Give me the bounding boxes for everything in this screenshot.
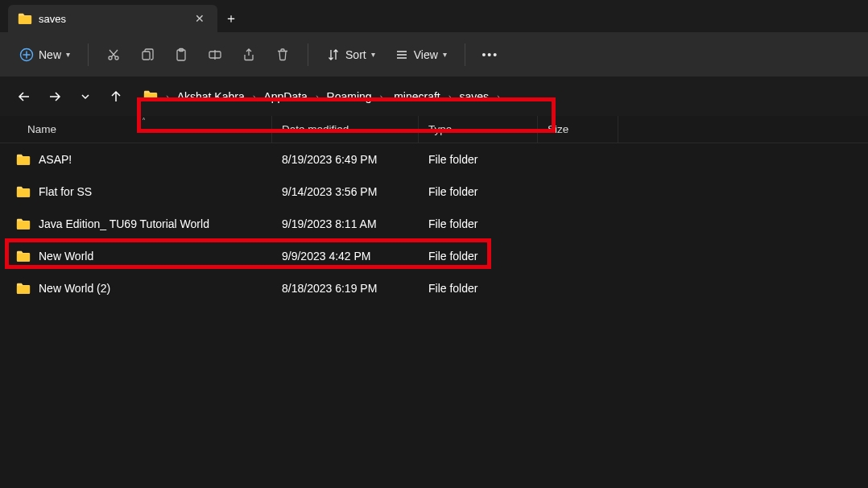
file-row[interactable]: Flat for SS9/14/2023 3:56 PMFile folder — [0, 176, 868, 208]
tab-bar: saves ✕ ＋ — [0, 0, 868, 32]
column-header-type[interactable]: Type — [419, 116, 538, 143]
file-name: ASAP! — [39, 153, 72, 166]
toolbar: New ▾ — [0, 32, 868, 77]
file-row[interactable]: Java Edition_ TU69 Tutorial World9/19/20… — [0, 208, 868, 240]
chevron-right-icon: › — [447, 92, 453, 101]
breadcrumb-item[interactable]: Roaming — [324, 89, 375, 105]
up-button[interactable] — [103, 84, 129, 110]
column-header-label: Name — [27, 123, 56, 135]
chevron-right-icon: › — [251, 92, 258, 101]
paste-button[interactable] — [166, 40, 196, 69]
file-name: Flat for SS — [39, 185, 92, 198]
breadcrumb-item[interactable]: .minecraft — [387, 89, 443, 105]
chevron-right-icon: › — [314, 92, 320, 101]
nav-row: › Akshat Kabra › AppData › Roaming › .mi… — [0, 77, 868, 116]
file-date: 8/19/2023 6:49 PM — [282, 153, 377, 166]
folder-icon — [16, 217, 31, 230]
rename-icon — [208, 48, 222, 62]
column-header-label: Size — [548, 123, 568, 135]
folder-icon — [16, 185, 31, 198]
share-button[interactable] — [234, 40, 264, 69]
breadcrumb[interactable]: › Akshat Kabra › AppData › Roaming › .mi… — [134, 82, 857, 111]
file-name: Java Edition_ TU69 Tutorial World — [39, 217, 209, 230]
view-button[interactable]: View ▾ — [386, 40, 455, 69]
back-button[interactable] — [11, 84, 37, 110]
file-date: 8/18/2023 6:19 PM — [282, 282, 377, 295]
chevron-right-icon: › — [164, 92, 171, 101]
sort-indicator-icon: ˄ — [142, 117, 146, 126]
file-name: New World — [39, 250, 93, 263]
chevron-right-icon: › — [378, 92, 385, 101]
trash-icon — [275, 48, 290, 62]
file-type: File folder — [428, 250, 477, 263]
tab-saves[interactable]: saves ✕ — [8, 5, 217, 32]
cut-button[interactable] — [98, 40, 129, 69]
file-date: 9/19/2023 8:11 AM — [282, 217, 377, 230]
new-tab-button[interactable]: ＋ — [217, 5, 245, 32]
chevron-right-icon: › — [495, 92, 502, 101]
file-row[interactable]: New World9/9/2023 4:42 PMFile folder — [0, 240, 868, 272]
svg-point-1 — [109, 56, 112, 60]
forward-button[interactable] — [42, 84, 68, 110]
new-button[interactable]: New ▾ — [11, 40, 78, 69]
plus-circle-icon — [19, 48, 34, 62]
view-button-label: View — [414, 48, 438, 61]
file-type: File folder — [428, 282, 477, 295]
svg-point-2 — [115, 56, 118, 60]
share-icon — [242, 48, 256, 62]
tab-title: saves — [39, 13, 184, 25]
svg-rect-3 — [143, 52, 150, 60]
column-header-label: Type — [428, 123, 452, 135]
breadcrumb-item[interactable]: Akshat Kabra — [174, 89, 248, 105]
file-row[interactable]: ASAP!8/19/2023 6:49 PMFile folder — [0, 143, 868, 176]
file-type: File folder — [428, 153, 477, 166]
separator — [88, 43, 89, 66]
paste-icon — [174, 48, 188, 62]
breadcrumb-item[interactable]: AppData — [260, 89, 310, 105]
file-date: 9/14/2023 3:56 PM — [282, 185, 377, 198]
more-icon: ••• — [483, 48, 498, 62]
file-row[interactable]: New World (2)8/18/2023 6:19 PMFile folde… — [0, 272, 868, 304]
folder-icon — [16, 250, 31, 263]
folder-icon — [143, 89, 158, 104]
column-header-date[interactable]: Date modified — [272, 116, 419, 143]
column-header-row: ˄ Name Date modified Type Size — [0, 116, 868, 143]
chevron-down-icon: ▾ — [371, 50, 375, 59]
column-header-label: Date modified — [282, 123, 349, 135]
folder-icon — [16, 282, 31, 295]
sort-button-label: Sort — [345, 48, 366, 61]
separator — [308, 43, 308, 66]
delete-button[interactable] — [267, 40, 298, 69]
scissors-icon — [106, 48, 121, 62]
rename-button[interactable] — [200, 40, 230, 69]
close-tab-button[interactable]: ✕ — [192, 12, 208, 25]
view-icon — [395, 48, 409, 62]
copy-icon — [140, 48, 155, 62]
file-rows: ASAP!8/19/2023 6:49 PMFile folderFlat fo… — [0, 143, 868, 304]
folder-icon — [18, 12, 31, 25]
file-name: New World (2) — [39, 282, 110, 295]
breadcrumb-item[interactable]: saves — [456, 89, 492, 105]
column-header-name[interactable]: Name — [0, 116, 272, 143]
folder-icon — [16, 153, 31, 166]
sort-icon — [326, 48, 341, 62]
chevron-down-icon: ▾ — [443, 50, 447, 59]
chevron-down-icon: ▾ — [66, 50, 70, 59]
more-button[interactable]: ••• — [475, 40, 506, 69]
file-type: File folder — [428, 185, 477, 198]
file-type: File folder — [428, 217, 477, 230]
copy-button[interactable] — [132, 40, 163, 69]
column-header-size[interactable]: Size — [538, 116, 618, 143]
new-button-label: New — [39, 48, 61, 61]
sort-button[interactable]: Sort ▾ — [318, 40, 383, 69]
file-list: ˄ Name Date modified Type Size ASAP!8/19… — [0, 116, 868, 488]
file-explorer-window: saves ✕ ＋ New ▾ — [0, 0, 868, 488]
recent-locations-button[interactable] — [72, 84, 98, 110]
file-date: 9/9/2023 4:42 PM — [282, 250, 371, 263]
separator — [465, 43, 465, 66]
